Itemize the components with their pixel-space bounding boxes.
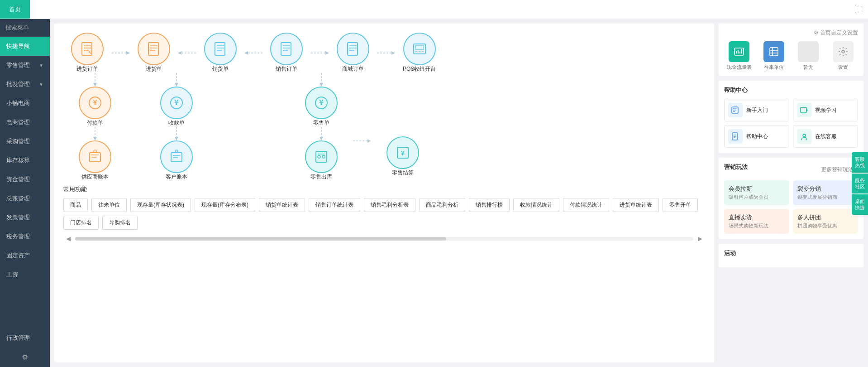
svg-marker-40 xyxy=(93,137,97,140)
svg-marker-66 xyxy=(367,139,371,143)
btn-store-rank[interactable]: 门店排名 xyxy=(63,216,99,230)
sidebar-item-wholesale[interactable]: 批发管理 ▼ xyxy=(0,75,50,94)
sidebar-item-inventory[interactable]: 库存核算 xyxy=(0,151,50,170)
svg-rect-31 xyxy=(415,46,424,49)
btn-sales-order-stat[interactable]: 销售订单统计表 xyxy=(309,198,360,212)
btn-stock-status[interactable]: 现存量(库存状况表) xyxy=(130,198,191,212)
sidebar-item-quick-nav[interactable]: 快捷导航 xyxy=(0,37,50,56)
float-btn-community[interactable]: 服务 社区 xyxy=(852,174,868,194)
quick-item-units[interactable]: 往来单位 xyxy=(759,41,789,71)
help-doc-icon xyxy=(728,129,743,144)
marketing-item-live[interactable]: 直播卖货 场景式购物新玩法 xyxy=(724,209,789,234)
sidebar-item-ecommerce[interactable]: 电商管理 xyxy=(0,113,50,132)
btn-purchase-stat[interactable]: 进货单统计表 xyxy=(613,198,659,212)
sidebar-item-general[interactable]: 总账管理 xyxy=(0,189,50,208)
help-grid: 新手入门 视频学习 帮助中心 xyxy=(724,99,858,148)
marketing-title: 营销玩法 xyxy=(724,163,748,171)
btn-units[interactable]: 往来单位 xyxy=(91,198,127,212)
float-btn-customer-service[interactable]: 客服 热线 xyxy=(852,152,868,173)
help-item-help[interactable]: 帮助中心 xyxy=(724,125,789,148)
quick-item-cash-flow[interactable]: 现金流量表 xyxy=(724,41,754,71)
btn-guide-rank[interactable]: 导购排名 xyxy=(102,216,138,230)
sidebar-item-purchase[interactable]: 采购管理 xyxy=(0,132,50,151)
common-grid: 商品 往来单位 现存量(库存状况表) 现存量(库存分布表) 销货单统计表 销售订… xyxy=(63,198,705,230)
help-item-service[interactable]: 在线客服 xyxy=(793,125,858,148)
btn-retail-order[interactable]: 零售开单 xyxy=(663,198,698,212)
purchase-note-label: 进货单 xyxy=(146,65,162,73)
flow-node-sales-note[interactable]: 销货单 xyxy=(196,33,244,73)
purchase-note-icon xyxy=(138,33,170,65)
svg-rect-12 xyxy=(215,43,225,55)
svg-marker-56 xyxy=(320,83,323,87)
help-item-video[interactable]: 视频学习 xyxy=(793,99,858,121)
flow-node-sales-order[interactable]: 销售订单 xyxy=(262,33,311,73)
flow-node-pos[interactable]: POS收银开台 xyxy=(395,33,444,73)
video-icon xyxy=(797,103,811,117)
flow-diagram: 进货订单 进货单 xyxy=(63,33,444,181)
sidebar-item-finance[interactable]: 资金管理 xyxy=(0,170,50,189)
col-1: ¥ 付款单 供应商账本 xyxy=(63,73,127,181)
scroll-right-arrow[interactable]: ▶ xyxy=(695,234,705,243)
btn-sales-rank[interactable]: 销售排行榜 xyxy=(469,198,510,212)
help-center: 帮助中心 新手入门 视频学习 xyxy=(719,81,863,153)
sidebar-item-salary[interactable]: 工资 xyxy=(0,265,50,284)
col-4: ¥ 零售单 零售出库 xyxy=(290,73,353,181)
help-item-beginner[interactable]: 新手入门 xyxy=(724,99,789,121)
flow-node-purchase-order[interactable]: 进货订单 xyxy=(63,33,112,73)
btn-receipt-stat[interactable]: 收款情况统计 xyxy=(513,198,559,212)
sidebar-item-tax[interactable]: 税务管理 xyxy=(0,227,50,246)
btn-goods[interactable]: 商品 xyxy=(63,198,88,212)
float-btn-desktop[interactable]: 桌面 快捷 xyxy=(852,194,868,215)
arrow-down-customer xyxy=(172,127,181,140)
quick-item-none[interactable]: 暂无 xyxy=(793,41,824,71)
svg-text:¥: ¥ xyxy=(401,150,405,157)
flow-node-purchase-note[interactable]: 进货单 xyxy=(130,33,178,73)
svg-marker-11 xyxy=(178,51,181,55)
sidebar-settings-icon[interactable]: ⚙ xyxy=(0,348,50,367)
none-label: 暂无 xyxy=(803,64,813,71)
sidebar-item-admin-label: 行政管理 xyxy=(6,334,30,342)
sidebar-item-invoice[interactable]: 发票管理 xyxy=(0,208,50,227)
sidebar-item-assets[interactable]: 固定资产 xyxy=(0,246,50,265)
expand-button[interactable]: ⛶ xyxy=(850,0,868,19)
marketing-item-member[interactable]: 会员拉新 吸引用户成为会员 xyxy=(724,180,789,205)
btn-payment-stat[interactable]: 付款情况统计 xyxy=(563,198,609,212)
tab-home[interactable]: 首页 xyxy=(0,0,30,19)
quick-access: ⚙ 首页自定义设置 现金流量表 往 xyxy=(719,24,863,76)
supplier-label: 供应商账本 xyxy=(81,173,109,181)
sidebar-item-general-label: 总账管理 xyxy=(6,194,30,203)
flow-node-mall-order[interactable]: 商城订单 xyxy=(329,33,377,73)
btn-sales-stat[interactable]: 销货单统计表 xyxy=(259,198,305,212)
quick-header: ⚙ 首页自定义设置 xyxy=(724,29,858,37)
svg-marker-46 xyxy=(175,83,178,87)
marketing-item-group[interactable]: 多人拼团 拼团购物享受优惠 xyxy=(793,209,858,234)
sidebar-item-admin[interactable]: 行政管理 xyxy=(0,328,50,348)
sidebar-item-inventory-label: 库存核算 xyxy=(6,156,30,164)
svg-text:¥: ¥ xyxy=(320,99,324,106)
marketing: 营销玩法 更多营销玩法 > 会员拉新 吸引用户成为会员 裂变分销 裂变式发展分销… xyxy=(719,158,863,239)
arrow-down-supplier xyxy=(91,127,100,140)
search-menu[interactable]: 搜索菜单 xyxy=(0,19,50,37)
scroll-track[interactable] xyxy=(75,237,693,241)
marketing-header: 营销玩法 更多营销玩法 > xyxy=(724,163,858,176)
svg-point-63 xyxy=(322,155,325,158)
scroll-left-arrow[interactable]: ◀ xyxy=(63,234,73,243)
svg-point-62 xyxy=(318,155,320,158)
retail-order-label: 零售单 xyxy=(313,119,329,127)
btn-goods-profit[interactable]: 商品毛利分析 xyxy=(419,198,465,212)
sidebar-item-ecommerce-label: 电商管理 xyxy=(6,118,30,126)
arrow-right-retail-settle xyxy=(353,136,371,145)
arrow-down-payment xyxy=(91,73,100,87)
retail-order-icon: ¥ xyxy=(305,87,338,119)
svg-marker-36 xyxy=(93,83,97,87)
sidebar-item-xiaochang[interactable]: 小畅电商 xyxy=(0,94,50,113)
sidebar-item-purchase-label: 采购管理 xyxy=(6,137,30,145)
btn-sales-profit[interactable]: 销售毛利分析表 xyxy=(364,198,415,212)
sidebar-item-invoice-label: 发票管理 xyxy=(6,213,30,222)
main-content: 搜索菜单 快捷导航 零售管理 ▼ 批发管理 ▼ 小畅电商 电商管理 采购管理 xyxy=(0,19,868,367)
quick-settings[interactable]: ⚙ 首页自定义设置 xyxy=(814,29,858,37)
sidebar-item-retail[interactable]: 零售管理 ▼ xyxy=(0,56,50,75)
quick-item-settings[interactable]: 设置 xyxy=(828,41,858,71)
marketing-item-fission[interactable]: 裂变分销 裂变式发展分销商 xyxy=(793,180,858,205)
btn-stock-dist[interactable]: 现存量(库存分布表) xyxy=(195,198,255,212)
